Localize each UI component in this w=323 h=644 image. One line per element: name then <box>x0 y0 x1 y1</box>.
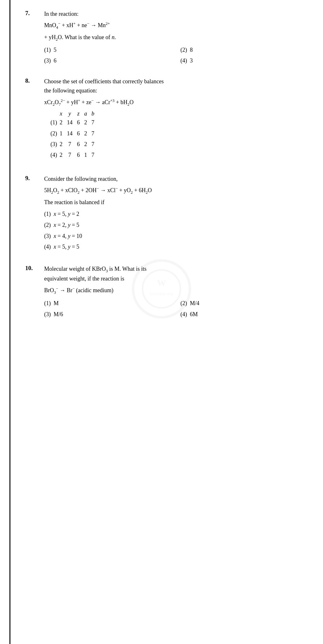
table-row: (4) 2 7 6 1 7 <box>50 150 99 160</box>
q8-r2-num: (2) <box>50 128 60 139</box>
q8-r1-x: 2 <box>60 117 67 128</box>
question-8: 8. Choose the set of coefficients that c… <box>25 77 304 163</box>
q8-r4-a: 1 <box>84 150 91 160</box>
q10-option-1: (1) M <box>44 298 168 308</box>
q8-line2: the following equation: <box>44 86 304 95</box>
table-row: (2) 1 14 6 2 7 <box>50 128 99 139</box>
q7-option-4: (4) 3 <box>180 56 304 66</box>
q8-col-x: x <box>60 110 67 117</box>
question-10: 10. Molecular weight of KBrO3 is M. What… <box>25 264 304 319</box>
q8-r3-y: 7 <box>67 139 77 150</box>
q8-col-b: b <box>91 110 99 117</box>
q7-line3: + yH2O. What is the value of n. <box>44 33 304 43</box>
q8-r3-b: 7 <box>91 139 99 150</box>
question-7-options: (1) 5 (2) 8 (3) 6 (4) 3 <box>44 45 304 66</box>
q8-r3-z: 6 <box>77 139 84 150</box>
q8-r1-y: 14 <box>67 117 77 128</box>
q8-r3-x: 2 <box>60 139 67 150</box>
question-7-text: In the reaction: MnO4− + xH+ + ne− → Mn2… <box>44 9 304 43</box>
q8-equation: xCr2O72− + yH+ + ze− → aCr+3 + bH2O <box>44 97 304 108</box>
q8-r2-z: 6 <box>77 128 84 139</box>
question-7-number: 7. <box>25 9 44 66</box>
q8-r4-b: 7 <box>91 150 99 160</box>
q7-option-3: (3) 6 <box>44 56 168 66</box>
q7-line1: In the reaction: <box>44 9 304 19</box>
question-7-content: In the reaction: MnO4− + xH+ + ne− → Mn2… <box>44 9 304 66</box>
left-border <box>9 0 10 644</box>
q9-equation: 5H2O2 + xClO2 + 2OH− → xCl− + yO2 + 6H2O <box>44 186 304 196</box>
q8-r4-z: 6 <box>77 150 84 160</box>
q8-line1: Choose the set of coefficients that corr… <box>44 77 304 86</box>
q9-option-3: (3) x = 4, y = 10 <box>44 231 304 241</box>
question-10-content: Molecular weight of KBrO3 is M. What is … <box>44 264 304 319</box>
q10-line2: equivalent weight, if the reaction is <box>44 274 304 283</box>
question-9: 9. Consider the following reaction, 5H2O… <box>25 174 304 253</box>
q9-option-1: (1) x = 5, y = 2 <box>44 209 304 219</box>
question-9-options: (1) x = 5, y = 2 (2) x = 2, y = 5 (3) x … <box>44 209 304 251</box>
q8-r4-x: 2 <box>60 150 67 160</box>
table-row: (3) 2 7 6 2 7 <box>50 139 99 150</box>
q8-r4-num: (4) <box>50 150 60 160</box>
q8-r4-y: 7 <box>67 150 77 160</box>
q7-option-2: (2) 8 <box>180 45 304 55</box>
q8-r3-num: (3) <box>50 139 60 150</box>
question-10-options: (1) M (2) M/4 (3) M/6 (4) 6M <box>44 298 304 319</box>
q8-r2-a: 2 <box>84 128 91 139</box>
q9-line3: The reaction is balanced if <box>44 198 304 207</box>
q10-equation: BrO3− → Br− (acidic medium) <box>44 286 304 296</box>
q8-r2-y: 14 <box>67 128 77 139</box>
q10-option-4: (4) 6M <box>180 310 304 319</box>
q9-option-4: (4) x = 5, y = 5 <box>44 242 304 252</box>
q9-line1: Consider the following reaction, <box>44 174 304 184</box>
question-10-text: Molecular weight of KBrO3 is M. What is … <box>44 264 304 283</box>
question-9-text: Consider the following reaction, 5H2O2 +… <box>44 174 304 207</box>
question-9-number: 9. <box>25 174 44 253</box>
q7-option-1: (1) 5 <box>44 45 168 55</box>
q8-r2-b: 7 <box>91 128 99 139</box>
q8-r1-a: 2 <box>84 117 91 128</box>
q10-option-3: (3) M/6 <box>44 310 168 319</box>
q8-col-z: z <box>77 110 84 117</box>
q8-r3-a: 2 <box>84 139 91 150</box>
q8-r1-z: 6 <box>77 117 84 128</box>
q7-equation1: MnO4− + xH+ + ne− → Mn2+ <box>44 21 304 31</box>
q8-col-y: y <box>67 110 77 117</box>
q8-r1-b: 7 <box>91 117 99 128</box>
question-8-number: 8. <box>25 77 44 163</box>
q9-option-2: (2) x = 2, y = 5 <box>44 220 304 230</box>
table-row: (1) 2 14 6 2 7 <box>50 117 99 128</box>
q10-option-2: (2) M/4 <box>180 298 304 308</box>
question-10-number: 10. <box>25 264 44 319</box>
q8-table: x y z a b (1) 2 14 6 2 7 (2) 1 <box>50 110 99 161</box>
q10-line1: Molecular weight of KBrO3 is M. What is … <box>44 264 304 274</box>
question-9-content: Consider the following reaction, 5H2O2 +… <box>44 174 304 253</box>
q8-r2-x: 1 <box>60 128 67 139</box>
question-8-content: Choose the set of coefficients that corr… <box>44 77 304 163</box>
q8-col-a: a <box>84 110 91 117</box>
question-8-text: Choose the set of coefficients that corr… <box>44 77 304 95</box>
q8-r1-num: (1) <box>50 117 60 128</box>
question-7: 7. In the reaction: MnO4− + xH+ + ne− → … <box>25 9 304 66</box>
q8-col-blank <box>50 110 60 117</box>
